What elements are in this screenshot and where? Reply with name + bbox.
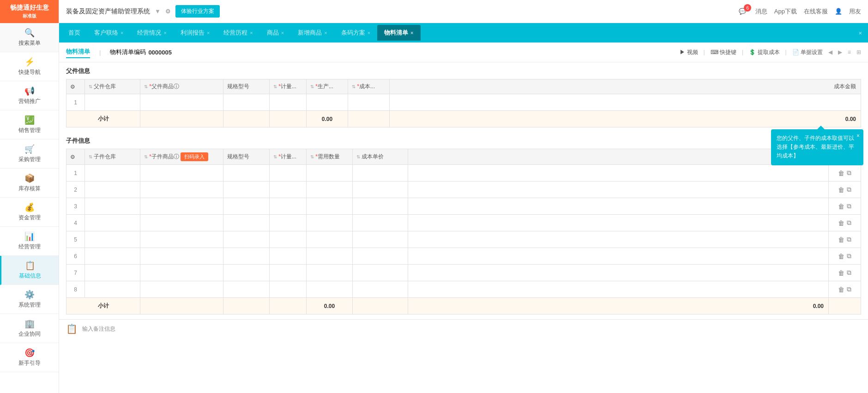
nav-tab-home[interactable]: 首页 (61, 25, 87, 41)
child-row-2-qty[interactable] (307, 181, 353, 198)
nav-tab-product-close[interactable]: × (281, 30, 284, 36)
child-row-2-unit[interactable] (270, 181, 307, 198)
parent-col-amount[interactable]: 成本金额 (390, 79, 861, 94)
child-row-1-product[interactable] (140, 165, 223, 181)
nav-tab-operations[interactable]: 经营情况 × (130, 25, 173, 41)
extract-cost-btn[interactable]: 💲 提取成本 (749, 48, 779, 56)
sidebar-item-basic[interactable]: 📋 基础信息 (0, 256, 59, 285)
list-view-btn[interactable]: ⊞ (856, 49, 861, 55)
parent-col-spec[interactable]: 规格型号 (223, 79, 270, 94)
sidebar-item-enterprise[interactable]: 🏢 企业协同 (0, 314, 59, 343)
app-download-link[interactable]: App下载 (774, 7, 797, 16)
child-row-2-unitcost[interactable] (353, 181, 408, 198)
prev-btn[interactable]: ◀ (828, 49, 832, 55)
child-row-2-product[interactable] (140, 181, 223, 198)
child-row-2-delete-icon[interactable]: 🗑 (838, 186, 844, 193)
child-col-product[interactable]: ⇅ *子件商品ⓘ 扫码录入 (140, 149, 223, 165)
sidebar-item-finance[interactable]: 💰 资金管理 (0, 198, 59, 227)
grid-view-btn[interactable]: ≡ (848, 49, 851, 55)
scan-input-button[interactable]: 扫码录入 (181, 152, 208, 161)
nav-tab-newproduct[interactable]: 新增商品 × (291, 25, 334, 41)
child-col-unit[interactable]: ⇅ *计量... (270, 149, 307, 165)
nav-tab-customer[interactable]: 客户联络 × (87, 25, 130, 41)
nav-tab-newproduct-close[interactable]: × (324, 30, 327, 36)
sub-tab-bom[interactable]: 物料清单 (66, 46, 90, 58)
nav-tab-bom-close[interactable]: × (410, 30, 413, 36)
parent-col-warehouse[interactable]: ⇅ 父件仓库 (85, 79, 140, 94)
child-row-1-copy-icon[interactable]: ⧉ (847, 169, 851, 177)
nav-tab-customer-close[interactable]: × (121, 30, 123, 36)
dropdown-arrow-icon[interactable]: ▼ (155, 8, 161, 15)
child-col-qty[interactable]: ⇅ *需用数量 (307, 149, 353, 165)
child-row-5-copy-icon[interactable]: ⧉ (847, 236, 851, 243)
parent-row-1-unit[interactable] (270, 94, 307, 111)
child-row-6-delete-icon[interactable]: 🗑 (838, 253, 844, 260)
child-col-unitcost[interactable]: ⇅ 成本单价 (353, 149, 408, 165)
child-row-4-delete-icon[interactable]: 🗑 (838, 219, 844, 227)
tooltip-close-btn[interactable]: × (856, 132, 860, 140)
nav-tab-barcode[interactable]: 条码方案 × (334, 25, 377, 41)
nav-tab-history[interactable]: 经营历程 × (217, 25, 259, 41)
nav-tab-operations-close[interactable]: × (163, 30, 166, 36)
child-row-1-spec[interactable] (223, 165, 270, 181)
nav-tab-profit-close[interactable]: × (207, 30, 210, 36)
parent-col-unit[interactable]: ⇅ *计量... (270, 79, 307, 94)
parent-row-1-spec[interactable] (223, 94, 270, 111)
single-settings-btn[interactable]: 📄 单据设置 (792, 48, 823, 56)
child-row-7-copy-icon[interactable]: ⧉ (847, 269, 851, 277)
nav-tab-product[interactable]: 商品 × (260, 25, 291, 41)
notes-placeholder[interactable]: 输入备注信息 (82, 325, 115, 333)
experience-button[interactable]: 体验行业方案 (175, 5, 220, 18)
child-row-2-copy-icon[interactable]: ⧉ (847, 186, 851, 193)
child-col-amount[interactable]: 成本金额 (408, 149, 829, 165)
video-icon[interactable]: ▶ 视频 (680, 48, 698, 56)
child-row-3-copy-icon[interactable]: ⧉ (847, 202, 851, 210)
child-row-2-warehouse[interactable] (85, 181, 140, 198)
parent-row-1-cost[interactable] (348, 94, 390, 111)
child-row-1-unit[interactable] (270, 165, 307, 181)
child-row-1-warehouse[interactable] (85, 165, 140, 181)
sidebar-item-system[interactable]: ⚙️ 系统管理 (0, 285, 59, 314)
child-col-spec[interactable]: 规格型号 (223, 149, 270, 165)
child-row-2-amount[interactable] (408, 181, 829, 198)
nav-tab-profit[interactable]: 利润报告 × (174, 25, 217, 41)
parent-row-1-warehouse[interactable] (85, 94, 140, 111)
next-btn[interactable]: ▶ (838, 49, 842, 55)
sidebar-item-sales[interactable]: 💹 销售管理 (0, 110, 59, 139)
child-row-4-copy-icon[interactable]: ⧉ (847, 219, 851, 227)
child-row-7-delete-icon[interactable]: 🗑 (838, 269, 844, 277)
sidebar-item-search[interactable]: 🔍 搜索菜单 (0, 23, 59, 52)
sidebar-item-guide[interactable]: 🎯 新手引导 (0, 343, 59, 372)
parent-row-1-amount[interactable] (390, 94, 861, 111)
parent-col-product[interactable]: ⇅ *父件商品ⓘ (140, 79, 223, 94)
child-row-6-copy-icon[interactable]: ⧉ (847, 252, 851, 260)
child-row-8-copy-icon[interactable]: ⧉ (847, 285, 851, 293)
nav-tab-barcode-close[interactable]: × (368, 30, 370, 36)
sidebar-item-purchase[interactable]: 🛒 采购管理 (0, 139, 59, 169)
online-service-link[interactable]: 在线客服 (804, 7, 828, 16)
settings-icon[interactable]: ⚙ (165, 8, 171, 15)
child-row-1-delete-icon[interactable]: 🗑 (838, 169, 844, 177)
nav-tabs-close-all[interactable]: × (855, 30, 866, 36)
child-row-1-amount[interactable] (408, 165, 829, 181)
sidebar-item-operations[interactable]: 📊 经营管理 (0, 227, 59, 256)
child-row-3-delete-icon[interactable]: 🗑 (838, 203, 844, 210)
child-row-8-delete-icon[interactable]: 🗑 (838, 286, 844, 293)
parent-col-settings[interactable]: ⚙ (66, 79, 85, 94)
sidebar-item-inventory[interactable]: 📦 库存核算 (0, 169, 59, 198)
sidebar-item-marketing[interactable]: 📢 营销推广 (0, 81, 59, 110)
parent-col-cost[interactable]: ⇅ *成本... (348, 79, 390, 94)
nav-tab-history-close[interactable]: × (250, 30, 253, 36)
parent-col-production[interactable]: ⇅ *生产... (307, 79, 348, 94)
sidebar-item-quicknav[interactable]: ⚡ 快捷导航 (0, 52, 59, 81)
parent-row-1-product[interactable] (140, 94, 223, 111)
child-col-settings[interactable]: ⚙ (66, 149, 85, 165)
child-row-1-qty[interactable] (307, 165, 353, 181)
child-row-2-spec[interactable] (223, 181, 270, 198)
child-col-warehouse[interactable]: ⇅ 子件仓库 (85, 149, 140, 165)
parent-row-1-production[interactable] (307, 94, 348, 111)
child-row-5-delete-icon[interactable]: 🗑 (838, 236, 844, 243)
nav-tab-bom[interactable]: 物料清单 × (377, 25, 420, 41)
message-icon[interactable]: 💬6 消息 (739, 7, 767, 16)
child-row-1-unitcost[interactable] (353, 165, 408, 181)
